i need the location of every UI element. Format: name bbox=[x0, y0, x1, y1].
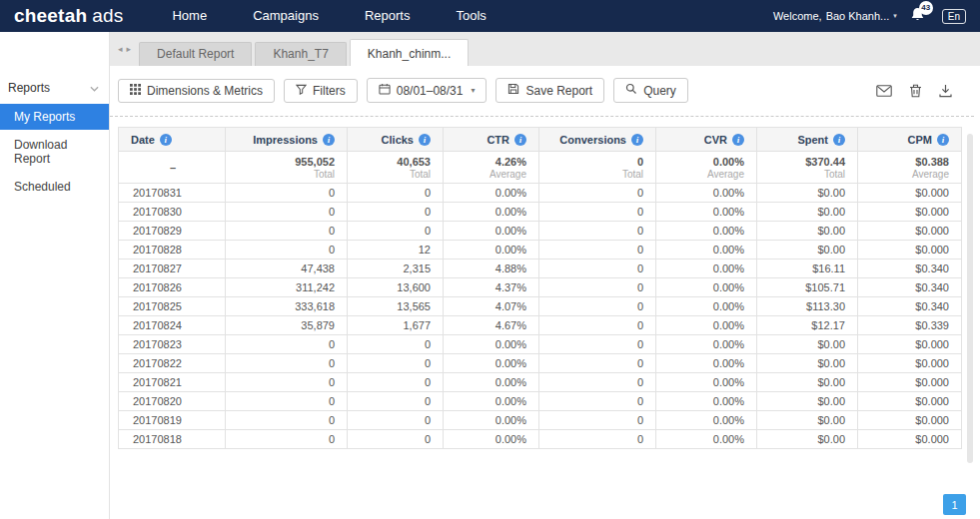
data-cell: 0.00% bbox=[656, 203, 757, 222]
tab-default-report[interactable]: Default Report bbox=[139, 42, 252, 66]
data-cell: 0.00% bbox=[444, 241, 539, 260]
data-cell: $0.00 bbox=[757, 184, 858, 203]
delete-report-button[interactable] bbox=[909, 84, 922, 98]
language-selector[interactable]: En bbox=[942, 9, 966, 24]
download-report-button[interactable] bbox=[939, 84, 952, 98]
column-header-cvr[interactable]: CVRi bbox=[656, 128, 757, 152]
data-cell: 4.88% bbox=[444, 260, 539, 278]
date-cell: 20170831 bbox=[119, 184, 226, 203]
data-cell: 4.37% bbox=[444, 278, 539, 297]
totals-value: 4.26% bbox=[495, 156, 526, 168]
brand-logo[interactable]: cheetahads bbox=[0, 5, 149, 27]
date-cell: 20170824 bbox=[119, 316, 226, 335]
date-cell: 20170825 bbox=[119, 297, 226, 316]
notification-badge: 43 bbox=[919, 1, 933, 15]
data-cell: 0.00% bbox=[656, 222, 757, 241]
tab-khanh-t7[interactable]: Khanh_T7 bbox=[255, 42, 346, 66]
data-cell: 0 bbox=[348, 222, 444, 241]
totals-row: –955,052Total40,653Total4.26%Average0Tot… bbox=[119, 152, 962, 184]
info-icon[interactable]: i bbox=[323, 134, 335, 146]
chevron-down-icon: ▾ bbox=[471, 86, 475, 95]
tab-scroll-right-icon[interactable]: ▸ bbox=[127, 44, 132, 54]
data-cell: 4.07% bbox=[444, 297, 539, 316]
table-row: 201708280120.00%00.00%$0.00$0.000 bbox=[119, 241, 962, 260]
email-report-button[interactable] bbox=[876, 85, 892, 97]
table-row: 2017082435,8791,6774.67%00.00%$12.17$0.3… bbox=[119, 316, 962, 335]
data-cell: $0.000 bbox=[858, 241, 962, 260]
data-cell: 0.00% bbox=[444, 222, 539, 241]
nav-item-reports[interactable]: Reports bbox=[342, 0, 434, 32]
tab-scroll-left-icon[interactable]: ◂ bbox=[118, 44, 123, 54]
data-cell: $0.000 bbox=[858, 354, 962, 373]
welcome-label: Welcome, bbox=[773, 10, 822, 22]
totals-value: $370.44 bbox=[805, 156, 845, 168]
date-range-button[interactable]: 08/01–08/31 ▾ bbox=[367, 78, 488, 103]
info-icon[interactable]: i bbox=[160, 134, 172, 146]
top-navbar: cheetahads Home Campaigns Reports Tools … bbox=[0, 0, 980, 32]
sidebar: Reports My Reports Download Report Sched… bbox=[0, 32, 110, 519]
data-cell: 0 bbox=[539, 430, 656, 449]
column-header-spent[interactable]: Spenti bbox=[757, 128, 858, 152]
data-cell: $0.000 bbox=[858, 335, 962, 354]
totals-sublabel: Average bbox=[456, 169, 526, 180]
sidebar-section-reports[interactable]: Reports bbox=[0, 74, 109, 102]
data-cell: 12 bbox=[348, 241, 444, 260]
save-report-button[interactable]: Save Report bbox=[495, 78, 604, 103]
vertical-scrollbar[interactable] bbox=[967, 134, 973, 463]
data-cell: 0.00% bbox=[656, 297, 757, 316]
data-cell: 0.00% bbox=[656, 184, 757, 203]
data-cell: 0.00% bbox=[444, 373, 539, 392]
column-label: Clicks bbox=[382, 134, 414, 146]
data-cell: 35,879 bbox=[226, 316, 348, 335]
column-label: Date bbox=[131, 134, 155, 146]
data-cell: 0 bbox=[226, 392, 348, 411]
data-cell: $0.00 bbox=[757, 373, 858, 392]
column-header-clicks[interactable]: Clicksi bbox=[348, 128, 444, 152]
data-cell: 0 bbox=[226, 430, 348, 449]
info-icon[interactable]: i bbox=[732, 134, 744, 146]
table-row: 20170829000.00%00.00%$0.00$0.000 bbox=[119, 222, 962, 241]
sidebar-item-download-report[interactable]: Download Report bbox=[0, 132, 109, 172]
info-icon[interactable]: i bbox=[833, 134, 845, 146]
totals-value: 40,653 bbox=[397, 156, 431, 168]
data-cell: 0.00% bbox=[656, 354, 757, 373]
download-icon bbox=[939, 84, 952, 98]
data-cell: 0.00% bbox=[444, 354, 539, 373]
data-cell: $0.000 bbox=[858, 411, 962, 430]
data-cell: $0.000 bbox=[858, 222, 962, 241]
info-icon[interactable]: i bbox=[631, 134, 643, 146]
data-cell: 0 bbox=[539, 241, 656, 260]
save-icon bbox=[507, 83, 519, 98]
sidebar-item-scheduled[interactable]: Scheduled bbox=[0, 174, 109, 200]
dimensions-metrics-button[interactable]: Dimensions & Metrics bbox=[118, 79, 275, 103]
filters-button[interactable]: Filters bbox=[284, 79, 358, 103]
totals-value: 0 bbox=[637, 156, 643, 168]
column-header-conversions[interactable]: Conversionsi bbox=[539, 128, 656, 152]
table-row: 20170821000.00%00.00%$0.00$0.000 bbox=[119, 373, 962, 392]
tab-khanh-chinm[interactable]: Khanh_chinm... bbox=[350, 39, 469, 66]
data-cell: 0 bbox=[539, 203, 656, 222]
column-header-impressions[interactable]: Impressionsi bbox=[226, 128, 348, 152]
query-button[interactable]: Query bbox=[613, 78, 688, 103]
info-icon[interactable]: i bbox=[937, 134, 949, 146]
column-header-ctr[interactable]: CTRi bbox=[444, 128, 539, 152]
filters-label: Filters bbox=[313, 84, 346, 98]
data-cell: $0.000 bbox=[858, 373, 962, 392]
data-cell: 0.00% bbox=[656, 241, 757, 260]
save-report-label: Save Report bbox=[525, 84, 592, 98]
info-icon[interactable]: i bbox=[419, 134, 431, 146]
page-button-1[interactable]: 1 bbox=[943, 494, 966, 515]
nav-item-tools[interactable]: Tools bbox=[433, 0, 508, 32]
user-menu[interactable]: Welcome, Bao Khanh... ▾ bbox=[773, 10, 897, 22]
column-label: CVR bbox=[704, 134, 727, 146]
notifications-button[interactable]: 43 bbox=[910, 7, 925, 26]
nav-item-home[interactable]: Home bbox=[149, 0, 230, 32]
nav-item-campaigns[interactable]: Campaigns bbox=[230, 0, 342, 32]
sidebar-item-my-reports[interactable]: My Reports bbox=[0, 104, 109, 130]
data-cell: 0 bbox=[226, 203, 348, 222]
column-header-date[interactable]: Datei bbox=[119, 128, 226, 152]
column-header-cpm[interactable]: CPMi bbox=[858, 128, 962, 152]
info-icon[interactable]: i bbox=[514, 134, 526, 146]
envelope-icon bbox=[876, 85, 892, 97]
data-cell: $0.000 bbox=[858, 184, 962, 203]
